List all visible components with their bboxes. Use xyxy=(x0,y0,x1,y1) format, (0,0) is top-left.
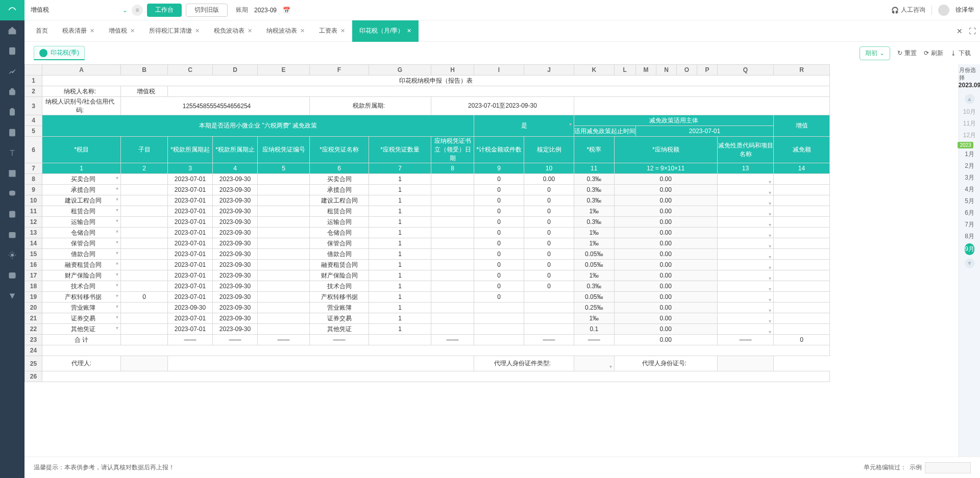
amount-cell[interactable] xyxy=(474,313,524,324)
row-header[interactable]: 11 xyxy=(25,206,42,217)
relief-code-cell[interactable] xyxy=(718,270,774,281)
row-header[interactable]: 8 xyxy=(25,174,42,185)
tax-cell[interactable]: 0.00 xyxy=(614,249,717,260)
nav-calc-icon[interactable] xyxy=(0,122,24,143)
nav-doc-icon[interactable] xyxy=(0,41,24,61)
row-header[interactable]: 4 xyxy=(25,115,42,126)
taxpayer-name[interactable]: 增值税 xyxy=(121,86,168,97)
cert-no-cell[interactable] xyxy=(258,238,310,249)
rate-cell[interactable]: 0.05‰ xyxy=(574,249,615,260)
relief-amount-cell[interactable] xyxy=(774,206,830,217)
example-input[interactable] xyxy=(925,462,971,473)
rate-cell[interactable]: 0.3‰ xyxy=(574,217,615,228)
amount-cell[interactable]: 0 xyxy=(474,260,524,270)
tax-item-cell[interactable]: 财产保险合同 xyxy=(42,270,121,281)
support-button[interactable]: 🎧 人工咨询 xyxy=(891,6,925,14)
close-all-tabs-button[interactable]: ✕ xyxy=(957,27,963,35)
row-header[interactable]: 21 xyxy=(25,313,42,324)
ratio-cell[interactable] xyxy=(524,313,574,324)
relief-code-cell[interactable] xyxy=(718,303,774,313)
tax-cell[interactable]: 0.00 xyxy=(614,195,717,206)
month-option[interactable]: 5月 xyxy=(963,195,976,207)
ratio-cell[interactable] xyxy=(524,292,574,303)
spreadsheet[interactable]: ABCDEFGHIJKLMNOPQR1印花税纳税申报（报告）表2纳税人名称:增值… xyxy=(24,64,830,382)
row-header[interactable]: 20 xyxy=(25,303,42,313)
ratio-cell[interactable] xyxy=(524,303,574,313)
tax-item-cell[interactable]: 买卖合同 xyxy=(42,174,121,185)
tax-cell[interactable]: 0.00 xyxy=(614,238,717,249)
col-header[interactable]: N xyxy=(656,65,677,76)
agent-idtype-input[interactable] xyxy=(574,356,615,371)
cert-name-cell[interactable]: 建设工程合同 xyxy=(310,195,369,206)
rate-cell[interactable]: 1‰ xyxy=(574,238,615,249)
date-cell[interactable] xyxy=(431,217,474,228)
row-header[interactable]: 7 xyxy=(25,163,42,174)
qty-cell[interactable]: 1 xyxy=(369,292,431,303)
date-cell[interactable] xyxy=(431,228,474,238)
sub-item-cell[interactable] xyxy=(121,249,168,260)
tab-1[interactable]: 税表清册✕ xyxy=(55,20,102,42)
tax-cell[interactable]: 0.00 xyxy=(614,313,717,324)
cert-name-cell[interactable]: 买卖合同 xyxy=(310,174,369,185)
tax-cell[interactable]: 0.00 xyxy=(614,217,717,228)
row-header[interactable]: 18 xyxy=(25,281,42,292)
tax-cell[interactable]: 0.00 xyxy=(614,281,717,292)
reset-button[interactable]: ↻重置 xyxy=(897,49,917,58)
amount-cell[interactable]: 0 xyxy=(474,217,524,228)
tab-3[interactable]: 所得税汇算清缴✕ xyxy=(142,20,207,42)
sub-item-cell[interactable] xyxy=(121,195,168,206)
month-option[interactable]: 1月 xyxy=(963,148,976,160)
tax-item-cell[interactable]: 仓储合同 xyxy=(42,228,121,238)
relief-amount-cell[interactable] xyxy=(774,238,830,249)
tax-item-cell[interactable]: 承揽合同 xyxy=(42,185,121,195)
row-header[interactable]: 5 xyxy=(25,126,42,137)
relief-code-cell[interactable] xyxy=(718,238,774,249)
amount-cell[interactable]: 0 xyxy=(474,228,524,238)
col-header[interactable]: I xyxy=(474,65,524,76)
rate-cell[interactable]: 0.3‰ xyxy=(574,195,615,206)
amount-cell[interactable]: 0 xyxy=(474,249,524,260)
cert-no-cell[interactable] xyxy=(258,324,310,335)
qty-cell[interactable]: 1 xyxy=(369,228,431,238)
amount-cell[interactable]: 0 xyxy=(474,281,524,292)
cert-no-cell[interactable] xyxy=(258,228,310,238)
total-tax[interactable]: 0.00 xyxy=(614,335,717,345)
calendar-icon[interactable]: 📅 xyxy=(283,7,290,14)
relief-amount-cell[interactable] xyxy=(774,260,830,270)
cert-name-cell[interactable]: 财产保险合同 xyxy=(310,270,369,281)
taxpayer-id[interactable]: 125545855545546562​54 xyxy=(121,97,310,115)
relief-code-cell[interactable] xyxy=(718,281,774,292)
cert-no-cell[interactable] xyxy=(258,260,310,270)
qty-cell[interactable]: 1 xyxy=(369,281,431,292)
relief-code-cell[interactable] xyxy=(718,249,774,260)
relief-code-cell[interactable] xyxy=(718,217,774,228)
month-option[interactable]: 12月 xyxy=(963,130,976,141)
nav-play-icon[interactable] xyxy=(0,265,24,286)
date-cell[interactable] xyxy=(431,324,474,335)
ratio-cell[interactable]: 0 xyxy=(524,195,574,206)
tax-item-cell[interactable]: 建设工程合同 xyxy=(42,195,121,206)
expand-button[interactable]: ⛶ xyxy=(969,27,976,35)
period-from-cell[interactable]: 2023-09-30 xyxy=(168,303,213,313)
rate-cell[interactable]: 0.3‰ xyxy=(574,281,615,292)
month-option[interactable]: 9月 xyxy=(965,243,974,255)
ratio-cell[interactable]: 0 xyxy=(524,238,574,249)
period-from-cell[interactable]: 2023-07-01 xyxy=(168,324,213,335)
period-to-cell[interactable]: 2023-09-30 xyxy=(213,195,258,206)
ratio-cell[interactable]: 0 xyxy=(524,281,574,292)
relief-date[interactable]: 2023-07-01 xyxy=(636,126,774,137)
tab-4[interactable]: 税负波动表✕ xyxy=(207,20,259,42)
amount-cell[interactable]: 0 xyxy=(474,174,524,185)
sub-item-cell[interactable] xyxy=(121,313,168,324)
nav-gear-icon[interactable] xyxy=(0,245,24,265)
relief-amount-cell[interactable] xyxy=(774,270,830,281)
period-from-cell[interactable]: 2023-07-01 xyxy=(168,270,213,281)
tab-6[interactable]: 工资表✕ xyxy=(312,20,352,42)
relief-amount-cell[interactable] xyxy=(774,217,830,228)
period-to-cell[interactable]: 2023-09-30 xyxy=(213,249,258,260)
period-to-cell[interactable]: 2023-09-30 xyxy=(213,313,258,324)
cert-name-cell[interactable]: 保管合同 xyxy=(310,238,369,249)
col-header[interactable]: M xyxy=(636,65,656,76)
rate-cell[interactable]: 0.05‰ xyxy=(574,260,615,270)
refresh-button[interactable]: ⟳刷新 xyxy=(924,49,943,58)
